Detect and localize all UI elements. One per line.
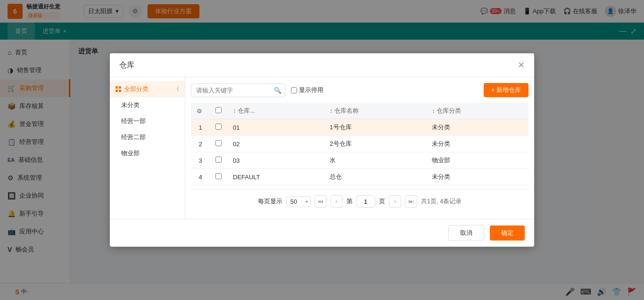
table-row[interactable]: 2 02 2号仓库 未分类 — [191, 136, 528, 152]
row-name-2: 2号仓库 — [324, 136, 426, 152]
modal-body: 全部分类 《 未分类 经营一部 经营二部 物业部 — [110, 77, 534, 219]
row-num-1: 1 — [191, 119, 210, 136]
table-row[interactable]: 4 DEFAULT 总仓 未分类 — [191, 169, 528, 185]
next-page-button[interactable]: › — [389, 195, 401, 208]
first-page-button[interactable]: ⏮ — [314, 195, 327, 208]
category-item-dept2[interactable]: 经营二部 — [110, 129, 185, 145]
modal-title: 仓库 — [119, 60, 134, 70]
cancel-button[interactable]: 取消 — [448, 225, 484, 241]
modal-overlay[interactable]: 仓库 ✕ 全部分类 《 未分类 — [0, 0, 644, 300]
row-num-4: 4 — [191, 169, 210, 185]
confirm-button[interactable]: 确定 — [490, 225, 525, 241]
modal-close-icon[interactable]: ✕ — [518, 60, 525, 70]
category-all[interactable]: 全部分类 《 — [110, 81, 185, 97]
row-code-3: 03 — [227, 152, 324, 169]
table-row[interactable]: 3 03 水 物业部 — [191, 152, 528, 169]
warehouse-modal: 仓库 ✕ 全部分类 《 未分类 — [110, 53, 534, 247]
table-toolbar: 🔍 显示停用 + 新增仓库 — [191, 83, 528, 97]
col-settings: ⚙ — [191, 103, 210, 119]
row-num-3: 3 — [191, 152, 210, 169]
row-checkbox-1[interactable] — [210, 119, 227, 136]
row-num-2: 2 — [191, 136, 210, 152]
page-size-wrapper: 50 10 20 100 ▾ — [286, 196, 311, 207]
pagination: 每页显示 50 10 20 100 ▾ ⏮ ‹ 第 页 — [191, 189, 528, 213]
category-item-property[interactable]: 物业部 — [110, 145, 185, 161]
row-checkbox-2[interactable] — [210, 136, 227, 152]
row-name-4: 总仓 — [324, 169, 426, 185]
modal-header: 仓库 ✕ — [110, 53, 534, 77]
col-code-header: ↕ 仓库... — [227, 103, 324, 119]
row-checkbox-3[interactable] — [210, 152, 227, 169]
modal-footer: 取消 确定 — [110, 219, 534, 247]
row-name-1: 1号仓库 — [324, 119, 426, 136]
row-category-3: 物业部 — [426, 152, 528, 169]
category-panel: 全部分类 《 未分类 经营一部 经营二部 物业部 — [110, 77, 185, 219]
category-item-uncategorized[interactable]: 未分类 — [110, 97, 185, 113]
show-disabled-checkbox[interactable]: 显示停用 — [291, 86, 323, 94]
last-page-button[interactable]: ⏭ — [405, 195, 417, 208]
col-checkbox-header — [210, 103, 227, 119]
row-code-1: 01 — [227, 119, 324, 136]
row-category-2: 未分类 — [426, 136, 528, 152]
category-item-dept1[interactable]: 经营一部 — [110, 113, 185, 129]
search-icon[interactable]: 🔍 — [274, 87, 281, 94]
warehouse-table: ⚙ ↕ 仓库... ↕ 仓库名称 ↕ — [191, 103, 528, 185]
collapse-icon[interactable]: 《 — [173, 85, 179, 93]
page-unit: 页 — [379, 197, 385, 206]
grid-icon — [116, 86, 121, 92]
table-row[interactable]: 1 01 1号仓库 未分类 — [191, 119, 528, 136]
row-category-4: 未分类 — [426, 169, 528, 185]
search-input[interactable] — [191, 83, 285, 97]
table-panel: 🔍 显示停用 + 新增仓库 ⚙ ↕ — [185, 77, 534, 219]
col-name-header: ↕ 仓库名称 — [324, 103, 426, 119]
row-name-3: 水 — [324, 152, 426, 169]
row-checkbox-4[interactable] — [210, 169, 227, 185]
page-input[interactable] — [356, 195, 375, 208]
prev-page-button[interactable]: ‹ — [330, 195, 343, 208]
show-disabled-input[interactable] — [291, 87, 297, 93]
row-code-4: DEFAULT — [227, 169, 324, 185]
search-wrapper: 🔍 — [191, 83, 285, 97]
page-label: 第 — [347, 197, 353, 206]
page-size-select[interactable]: 50 10 20 100 — [286, 196, 311, 207]
select-all-checkbox[interactable] — [215, 107, 222, 113]
col-category-header: ↕ 仓库分类 — [426, 103, 528, 119]
row-category-1: 未分类 — [426, 119, 528, 136]
row-code-2: 02 — [227, 136, 324, 152]
add-warehouse-button[interactable]: + 新增仓库 — [484, 83, 528, 97]
